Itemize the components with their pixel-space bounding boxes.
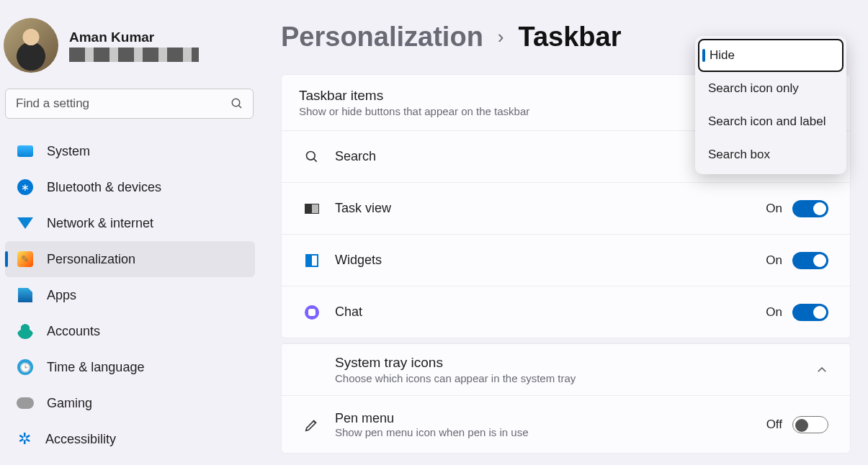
row-label: Widgets (335, 253, 382, 268)
chat-icon (303, 304, 321, 321)
wifi-icon (17, 215, 34, 232)
avatar (4, 18, 58, 73)
user-profile[interactable]: Aman Kumar (4, 18, 259, 73)
row-label: Search (335, 149, 376, 164)
row-label: Chat (335, 304, 362, 320)
nav-label: Apps (47, 288, 76, 303)
sidebar: Aman Kumar System Bluetooth & devices Ne… (0, 0, 259, 465)
nav-network[interactable]: Network & internet (5, 205, 255, 241)
svg-line-1 (238, 105, 241, 108)
nav-apps[interactable]: Apps (5, 277, 255, 313)
row-sublabel: Show pen menu icon when pen is in use (335, 426, 529, 438)
pen-icon (303, 416, 321, 433)
toggle-state: Off (766, 417, 782, 432)
nav-label: Time & language (47, 360, 144, 375)
row-label: Task view (335, 201, 391, 216)
toggle-state: On (766, 253, 782, 268)
nav-system[interactable]: System (5, 133, 255, 169)
toggle-state: On (766, 202, 782, 216)
nav-label: Bluetooth & devices (47, 180, 161, 195)
row-control: On (766, 252, 828, 269)
chevron-up-icon (815, 364, 828, 376)
nav-label: Network & internet (47, 216, 153, 231)
row-label: Pen menu (335, 411, 529, 426)
gamepad-icon (17, 394, 34, 412)
row-widgets[interactable]: Widgets On (282, 234, 850, 286)
option-label: Search icon only (708, 81, 799, 96)
bluetooth-icon (17, 179, 34, 196)
search-icon (231, 97, 243, 110)
row-control: Off (766, 416, 828, 433)
taskview-icon (303, 200, 321, 217)
widgets-icon (303, 252, 321, 269)
widgets-toggle[interactable] (792, 252, 828, 269)
svg-point-0 (232, 99, 240, 107)
row-control: On (766, 200, 828, 217)
nav-label: Accounts (47, 324, 100, 339)
toggle-state: On (766, 305, 782, 320)
option-label: Hide (710, 48, 735, 63)
nav-accessibility[interactable]: ✲ Accessibility (5, 421, 255, 457)
monitor-icon (17, 143, 34, 160)
search-input[interactable] (5, 89, 254, 119)
profile-name: Aman Kumar (69, 30, 199, 45)
nav-gaming[interactable]: Gaming (5, 385, 255, 421)
option-label: Search box (708, 148, 770, 162)
nav-label: Accessibility (45, 432, 116, 447)
nav-label: Gaming (47, 396, 92, 411)
svg-point-2 (307, 151, 316, 160)
nav-personalization[interactable]: Personalization (5, 241, 255, 277)
option-label: Search icon and label (708, 114, 826, 129)
search-mode-dropdown[interactable]: Hide Search icon only Search icon and la… (695, 36, 846, 174)
nav-time[interactable]: Time & language (5, 349, 255, 385)
row-pen-menu[interactable]: Pen menu Show pen menu icon when pen is … (282, 395, 850, 453)
pen-toggle[interactable] (792, 416, 828, 433)
taskview-toggle[interactable] (792, 200, 828, 217)
chevron-right-icon: › (498, 26, 504, 48)
nav-label: Personalization (47, 252, 135, 267)
settings-search[interactable] (5, 89, 254, 119)
dropdown-option-icon-label[interactable]: Search icon and label (698, 105, 844, 138)
svg-line-3 (314, 158, 317, 161)
dropdown-option-hide[interactable]: Hide (698, 39, 844, 72)
row-taskview[interactable]: Task view On (282, 182, 850, 234)
accessibility-icon: ✲ (17, 431, 32, 447)
page-title: Taskbar (519, 22, 622, 53)
profile-email-redacted (69, 48, 199, 62)
section-title: System tray icons (335, 355, 576, 371)
row-control: On (766, 304, 828, 321)
nav-label: System (47, 144, 90, 159)
row-chat[interactable]: Chat On (282, 286, 850, 338)
paintbrush-icon (17, 250, 34, 268)
nav-bluetooth[interactable]: Bluetooth & devices (5, 169, 255, 205)
profile-text: Aman Kumar (69, 30, 199, 62)
nav-accounts[interactable]: Accounts (5, 313, 255, 349)
section-subtitle: Choose which icons can appear in the sys… (335, 372, 576, 384)
search-icon (303, 148, 321, 166)
system-tray-card: System tray icons Choose which icons can… (281, 343, 851, 453)
dropdown-option-icon-only[interactable]: Search icon only (698, 72, 844, 105)
system-tray-header[interactable]: System tray icons Choose which icons can… (282, 343, 850, 395)
chat-toggle[interactable] (792, 304, 828, 321)
apps-icon (17, 286, 34, 304)
nav-list: System Bluetooth & devices Network & int… (4, 133, 259, 465)
person-icon (17, 322, 34, 340)
dropdown-option-box[interactable]: Search box (698, 138, 844, 171)
clock-icon (17, 358, 34, 376)
breadcrumb-parent[interactable]: Personalization (281, 22, 483, 53)
